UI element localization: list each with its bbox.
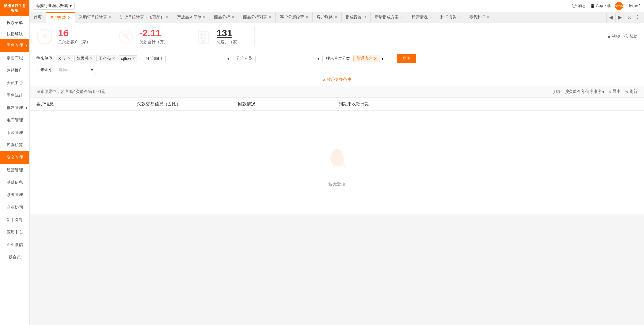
tab-cost-inbound[interactable]: 产成品入库单 ✕	[173, 12, 210, 22]
balance-filter-select[interactable]: 选择... ▾	[56, 66, 96, 74]
stat-debt-amount-label: 欠款合计（万）	[139, 39, 168, 45]
chevron-down-icon-bal: ▾	[91, 68, 93, 72]
tab-close-inventory-stats[interactable]: ✕	[166, 15, 169, 20]
svg-rect-4	[200, 33, 203, 36]
tab-maximize-btn[interactable]: ⛶	[634, 13, 644, 22]
stats-bar: ¥ 16 总欠款客户（家）	[30, 23, 644, 50]
workspace-selector[interactable]: 母婴行业演示账套 ▾	[33, 2, 75, 10]
filter-tag-chen-close[interactable]: ✕	[90, 56, 93, 61]
sidebar-item-member-center[interactable]: 会员中心	[0, 77, 29, 89]
tab-close-all-btn[interactable]: ✕	[625, 13, 634, 22]
tab-customer-tier[interactable]: 客户分层经营 ✕	[276, 12, 313, 22]
tab-inventory-stats[interactable]: 进货单统计表（按商品） ✕	[116, 12, 173, 22]
sidebar-item-purchase-mgmt[interactable]: 采购管理	[0, 127, 29, 139]
sidebar-item-vip-member[interactable]: 畅会员	[0, 251, 29, 263]
sidebar-item-ecommerce-mgmt[interactable]: 电商管理	[0, 114, 29, 127]
tab-close-retail-profit[interactable]: ✕	[487, 15, 490, 20]
sidebar-item-retail-mgmt[interactable]: 零售管理	[0, 39, 29, 52]
tab-close-product-analysis[interactable]: ✕	[231, 15, 234, 20]
video-help-btn[interactable]: ▶ 视频	[608, 34, 620, 39]
topbar-left: 母婴行业演示账套 ▾	[33, 2, 75, 10]
tab-prev-btn[interactable]: ◀	[606, 13, 615, 22]
tab-product-analysis-list[interactable]: 商品分析列表 ✕	[239, 12, 276, 22]
stat-total-customers: 131 总客户（家）	[195, 26, 255, 47]
department-filter-select[interactable]: ··· ▾	[165, 55, 232, 62]
th-customer-info: 客户信息	[36, 101, 137, 107]
stat-total-customers-label: 总客户（家）	[217, 39, 241, 45]
sidebar-item-enterprise-wechat[interactable]: 企业微信	[0, 239, 29, 251]
sidebar-item-search[interactable]: 搜索菜单	[0, 16, 29, 29]
sidebar-item-new-guide[interactable]: 新手引导	[0, 214, 29, 226]
tab-product-analysis[interactable]: 商品分析 ✕	[210, 12, 239, 22]
filter-bar: 往来单位 ✕ 伍 ✕ 陈民强 ✕ 王小亮 ✕	[30, 50, 644, 86]
sidebar-item-finance-mgmt[interactable]: 资金管理	[0, 151, 29, 164]
tab-close-new-promotion-plan[interactable]: ✕	[400, 15, 403, 20]
stat-debt-amount-info: -2.11 欠款合计（万）	[139, 28, 168, 45]
sidebar-item-system-mgmt[interactable]: 系统管理	[0, 189, 29, 201]
sidebar-logo[interactable]: 畅捷通好生意 标版	[0, 0, 29, 16]
tab-close-customer-contact[interactable]: ✕	[334, 15, 337, 20]
topbar: 母婴行业演示账套 ▾ 💬 消息 📱 App下载 demo2 demo2	[30, 0, 644, 12]
export-icon: ⬆	[608, 89, 612, 94]
company-filter-tags: ✕ 伍 ✕ 陈民强 ✕ 王小亮 ✕ cjttcw	[56, 55, 142, 62]
tab-close-profit-report[interactable]: ✕	[458, 15, 461, 20]
tab-next-btn[interactable]: ▶	[615, 13, 625, 22]
sidebar-item-marketing[interactable]: 营销推广	[0, 64, 29, 77]
th-debt-info: 欠款交易信息（占比）	[137, 101, 238, 107]
debt-icon	[118, 28, 134, 45]
tab-customer-contact[interactable]: 客户联络 ✕	[313, 12, 342, 22]
result-bar: 搜索结果中，客户0家 欠款金额 0.00元 排序：按欠款金额倒序排序 ▾ ⬆ 导…	[30, 86, 644, 98]
filter-tag-cj-close[interactable]: ✕	[132, 56, 135, 61]
sidebar-item-basic-info[interactable]: 基础信息	[0, 176, 29, 189]
filter-tags-more[interactable]: ···	[139, 56, 142, 61]
svg-line-13	[332, 166, 334, 170]
stat-actions: ▶ 视频 ⓘ 帮助	[608, 34, 637, 39]
tab-purchase-orders[interactable]: 采购订单统计表 ✕	[75, 12, 116, 22]
main-area: 母婴行业演示账套 ▾ 💬 消息 📱 App下载 demo2 demo2 首页 客…	[30, 0, 644, 325]
tab-business-situation[interactable]: 经营情况 ✕	[407, 12, 436, 22]
sidebar-item-enterprise-coop[interactable]: 企业协同	[0, 201, 29, 214]
phone-icon: 📱	[590, 4, 595, 8]
svg-text:¥: ¥	[42, 33, 47, 41]
tab-close-cost-inbound[interactable]: ✕	[203, 15, 206, 20]
sidebar-item-retail-mall[interactable]: 零售商城	[0, 52, 29, 64]
help-btn[interactable]: ⓘ 帮助	[624, 34, 637, 39]
avatar[interactable]: demo2	[615, 2, 623, 10]
manager-filter-select[interactable]: ··· ▾	[255, 55, 323, 62]
company-filter-label: 往来单位	[36, 56, 52, 61]
tab-customer-accounts[interactable]: 客户账本 ✕	[46, 12, 75, 23]
tab-close-customer-accounts[interactable]: ✕	[68, 15, 71, 20]
tab-retail-profit[interactable]: 零售利润 ✕	[465, 12, 494, 22]
sidebar-item-quick-nav[interactable]: 快捷导航	[0, 29, 29, 39]
tab-close-purchase-orders[interactable]: ✕	[109, 15, 112, 20]
stat-debt-customers-value: 16	[58, 28, 90, 39]
filter-tag-qiu-close[interactable]: ✕	[68, 56, 71, 61]
sort-select[interactable]: 排序：按欠款金额倒序排序 ▾	[553, 89, 604, 95]
messages-button[interactable]: 💬 消息	[572, 3, 586, 9]
sidebar-item-retail-stats[interactable]: 零售统计	[0, 89, 29, 102]
filter-tag-cj: cjttcw ✕	[119, 55, 137, 62]
sidebar-item-inventory-check[interactable]: 库存核算	[0, 139, 29, 151]
tab-profit-report[interactable]: 利润报告 ✕	[436, 12, 465, 22]
collapse-button[interactable]: ∧ 收起更多条件	[36, 77, 637, 82]
tab-nav-buttons: ◀ ▶ ✕ ⛶	[606, 13, 644, 22]
filter-tag-wang-close[interactable]: ✕	[112, 56, 115, 61]
tab-close-customer-tier[interactable]: ✕	[305, 15, 308, 20]
tab-new-promotion-plan[interactable]: 新增提成方案 ✕	[371, 12, 407, 22]
app-download-button[interactable]: 📱 App下载	[590, 3, 611, 9]
tab-home[interactable]: 首页	[30, 12, 46, 22]
sidebar-item-wholesale-mgmt[interactable]: 批发管理	[0, 102, 29, 114]
sidebar-item-app-center[interactable]: 应用中心	[0, 226, 29, 239]
stat-debt-amount: -2.11 欠款合计（万）	[118, 26, 181, 47]
tab-promotion-settings[interactable]: 提成设置 ✕	[342, 12, 371, 22]
refresh-button[interactable]: ↻ 刷新	[625, 89, 637, 95]
tab-close-product-analysis-list[interactable]: ✕	[268, 15, 271, 20]
svg-line-14	[340, 166, 340, 170]
export-button[interactable]: ⬆ 导出	[608, 89, 621, 95]
filter-tag-normal-customer-close[interactable]: ✕	[374, 56, 377, 61]
query-button[interactable]: 查询	[397, 54, 416, 63]
sidebar-item-operations-mgmt[interactable]: 经营管理	[0, 164, 29, 176]
tab-close-business-situation[interactable]: ✕	[429, 15, 432, 20]
tab-close-promotion-settings[interactable]: ✕	[363, 15, 366, 20]
empty-state: 暂无数据	[30, 111, 644, 214]
